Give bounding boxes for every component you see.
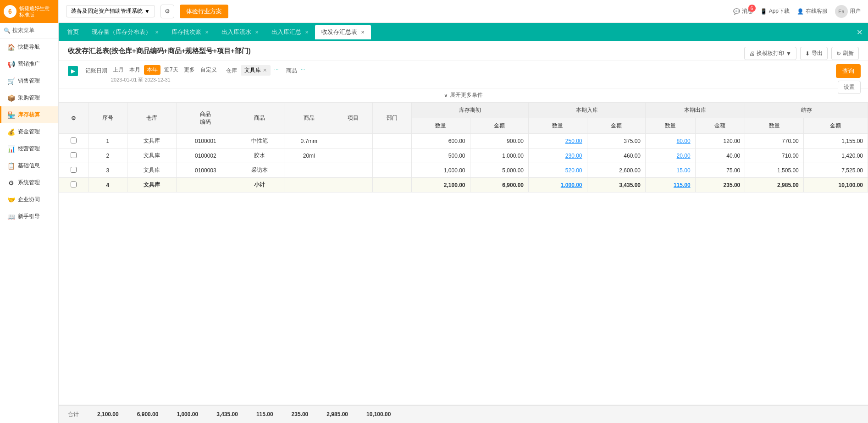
warehouse-tag-text: 文具库 [244, 66, 261, 74]
template-print-btn[interactable]: 🖨 换模板打印 ▼ [744, 47, 796, 60]
th-no: 序号 [88, 103, 127, 134]
sidebar-search[interactable]: 🔍 搜索菜单 [0, 23, 58, 38]
app-download-label: App下载 [769, 7, 790, 15]
refresh-btn[interactable]: ↻ 刷新 [831, 47, 859, 60]
tab-inout-flow[interactable]: 出入库流水 ✕ [215, 25, 265, 39]
user-btn[interactable]: Ea 用户 [835, 5, 861, 18]
tabs-close-all-btn[interactable]: ✕ [853, 28, 866, 37]
cell-checkbox[interactable] [59, 178, 88, 192]
query-btn[interactable]: 查询 [836, 64, 861, 78]
sidebar-item-system[interactable]: ⚙ 系统管理 [0, 174, 58, 191]
cell-in-qty[interactable]: 230.00 [529, 148, 587, 163]
cell-dept [373, 178, 412, 192]
system-select[interactable]: 装备及固定资产辅助管理系统 ▼ [66, 5, 155, 17]
footer-label: 合计 [68, 411, 79, 418]
filter-arrow-btn[interactable]: ▶ [68, 66, 78, 76]
download-icon: 📱 [760, 8, 767, 15]
th-settings[interactable]: ⚙ [59, 103, 88, 134]
cell-out-qty[interactable]: 15.00 [646, 163, 696, 178]
sidebar-nav: 🏠 快捷导航 📢 营销推广 🛒 销售管理 📦 采购管理 🏪 库存核算 💰 资金管… [0, 38, 58, 423]
tab-close-icon[interactable]: ✕ [255, 30, 259, 35]
user-avatar: Ea [835, 5, 848, 18]
date-btn-7days[interactable]: 近7天 [162, 65, 180, 75]
tab-recv-send[interactable]: 收发存汇总表 ✕ [315, 25, 371, 39]
tab-close-icon[interactable]: ✕ [155, 30, 159, 35]
cell-out-qty[interactable]: 20.00 [646, 148, 696, 163]
cell-open-amt: 5,000.00 [470, 163, 529, 178]
messages-badge: 6 [748, 5, 756, 12]
main-content: 装备及固定资产辅助管理系统 ▼ ⚙ 体验行业方案 💬 消息 6 📱 App下载 … [59, 0, 868, 423]
cell-in-qty[interactable]: 250.00 [529, 134, 587, 148]
cell-name: 采访本 [235, 163, 284, 178]
date-btn-this-month[interactable]: 本月 [127, 65, 142, 75]
date-btns-row: 上月 本月 本年 近7天 更多 自定义 [111, 65, 219, 75]
tab-stock-dist[interactable]: 现存量（库存分布表） ✕ [85, 25, 165, 39]
topbar-right: 💬 消息 6 📱 App下载 👤 在线客服 Ea 用户 [733, 5, 861, 18]
expand-more-btn[interactable]: ∨ 展开更多条件 [444, 91, 483, 99]
cell-open-qty: 600.00 [412, 134, 470, 148]
message-icon: 💬 [733, 8, 740, 15]
cell-warehouse: 文具库 [127, 134, 176, 148]
tab-close-icon[interactable]: ✕ [361, 30, 365, 35]
messages-btn[interactable]: 💬 消息 6 [733, 7, 753, 15]
cell-close-amt: 1,155.00 [803, 134, 868, 148]
cell-out-qty[interactable]: 115.00 [646, 178, 696, 192]
basic-icon: 📋 [7, 162, 15, 170]
date-btn-custom[interactable]: 自定义 [199, 65, 219, 75]
tab-home[interactable]: 首页 [61, 25, 85, 39]
footer-in-amt: 3,435.00 [216, 411, 238, 418]
tab-batch[interactable]: 库存批次账 ✕ [165, 25, 215, 39]
sidebar-item-marketing[interactable]: 📢 营销推广 [0, 55, 58, 72]
sidebar-item-inventory[interactable]: 🏪 库存核算 [0, 106, 58, 123]
cell-checkbox[interactable] [59, 163, 88, 178]
warehouse-tag-remove-btn[interactable]: ✕ [263, 67, 267, 73]
warehouse-more-btn[interactable]: ... [274, 65, 279, 71]
settings-sm-btn[interactable]: 设置 [838, 81, 861, 94]
cell-checkbox[interactable] [59, 148, 88, 163]
cell-warehouse: 文具库 [127, 148, 176, 163]
sidebar-item-purchase[interactable]: 📦 采购管理 [0, 89, 58, 106]
tab-close-icon[interactable]: ✕ [205, 30, 209, 35]
goods-more-btn[interactable]: ... [301, 65, 305, 71]
cell-no: 2 [88, 148, 127, 163]
content-area: 收发存汇总表(按仓库+商品编码+商品+规格型号+项目+部门) 🖨 换模板打印 ▼… [59, 41, 868, 423]
tab-close-icon[interactable]: ✕ [305, 30, 309, 35]
sidebar-item-finance[interactable]: 💰 资金管理 [0, 123, 58, 140]
cell-in-qty[interactable]: 520.00 [529, 163, 587, 178]
page-header: 收发存汇总表(按仓库+商品编码+商品+规格型号+项目+部门) 🖨 换模板打印 ▼… [59, 41, 868, 60]
sidebar-item-quick-nav[interactable]: 🏠 快捷导航 [0, 38, 58, 55]
cell-out-amt: 120.00 [695, 134, 745, 148]
sidebar-item-basic[interactable]: 📋 基础信息 [0, 157, 58, 174]
cell-out-qty[interactable]: 80.00 [646, 134, 696, 148]
sidebar-item-guide[interactable]: 📖 新手引导 [0, 208, 58, 225]
sidebar-item-label: 企业协同 [18, 196, 40, 203]
export-btn[interactable]: ⬇ 导出 [800, 47, 828, 60]
sidebar-item-label: 资金管理 [18, 128, 40, 136]
th-in-qty: 数量 [529, 118, 587, 134]
sidebar-item-label: 系统管理 [18, 179, 40, 187]
date-btn-more[interactable]: 更多 [182, 65, 197, 75]
topbar-settings-btn[interactable]: ⚙ [160, 5, 174, 18]
cell-out-amt: 235.00 [695, 178, 745, 192]
sidebar-item-sales[interactable]: 🛒 销售管理 [0, 72, 58, 89]
sidebar-item-enterprise[interactable]: 🤝 企业协同 [0, 191, 58, 208]
tab-inout-summary[interactable]: 出入库汇总 ✕ [265, 25, 315, 39]
cell-in-qty[interactable]: 1,000.00 [529, 178, 587, 192]
table-row: 2 文具库 0100002 胶水 20ml 500.00 1,000.00 23… [59, 148, 868, 163]
cell-project [334, 178, 373, 192]
table-row: 1 文具库 0100001 中性笔 0.7mm 600.00 900.00 25… [59, 134, 868, 148]
sidebar-item-operation[interactable]: 📊 经营管理 [0, 140, 58, 157]
date-btn-this-year[interactable]: 本年 [144, 65, 160, 75]
footer-out-qty: 115.00 [256, 411, 273, 418]
app-download-btn[interactable]: 📱 App下载 [760, 7, 790, 15]
footer-in-qty: 1,000.00 [177, 411, 198, 418]
cell-checkbox[interactable] [59, 134, 88, 148]
date-btn-last-month[interactable]: 上月 [111, 65, 126, 75]
cell-close-qty: 770.00 [745, 134, 804, 148]
system-icon: ⚙ [7, 179, 15, 187]
cell-in-amt: 460.00 [587, 148, 646, 163]
cell-open-qty: 500.00 [412, 148, 470, 163]
cell-dept [373, 134, 412, 148]
experience-btn[interactable]: 体验行业方案 [180, 5, 228, 18]
online-service-btn[interactable]: 👤 在线客服 [797, 7, 828, 15]
